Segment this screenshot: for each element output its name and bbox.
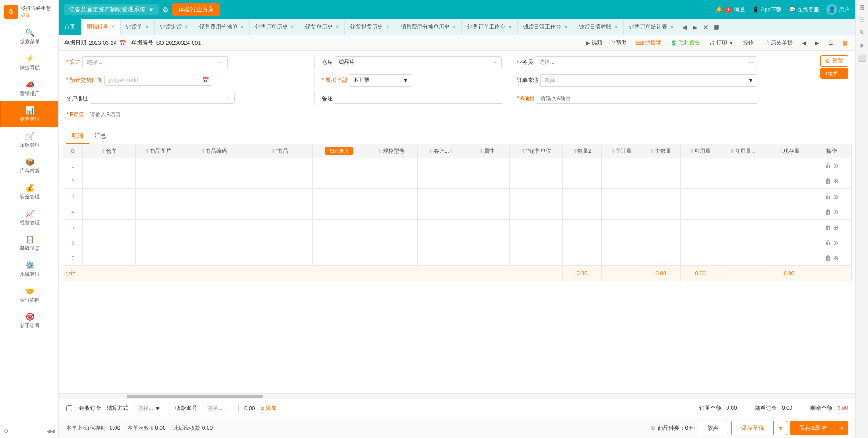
tab-summary[interactable]: 汇总 [89,129,112,144]
tab-detail[interactable]: 明细 [66,129,89,144]
tab-sales-invoice[interactable]: 销货单 ✕ [121,19,155,35]
address-input[interactable]: ··· [90,93,235,104]
staff-input[interactable]: 选择... ··· [535,56,757,68]
video-btn[interactable]: ▶ 视频 [583,38,605,48]
tab-prev-btn[interactable]: ◀ [679,19,690,35]
sort-main-unit[interactable]: ⇅ [611,149,615,154]
sort-unit[interactable]: ⇅ [521,149,524,154]
tab-close-sales-return[interactable]: ✕ [184,24,188,29]
delete-icon-row3[interactable]: 🗑 [825,193,831,200]
order-source-select[interactable]: 选择... ▼ [540,74,757,87]
b-project-input[interactable] [86,110,848,120]
print-btn[interactable]: 🖨 打印 ▼ [707,38,737,48]
sidebar-item-inventory[interactable]: 📦 库存核算 [0,153,58,179]
card-view-btn[interactable]: ▦ [839,39,850,47]
sidebar-item-guide[interactable]: 🎯 新手引导 [0,308,58,334]
copy-icon-row7[interactable]: ⊕ [833,255,839,262]
save-new-button[interactable]: 保存&新增 [790,421,836,435]
tab-close-invoice-history[interactable]: ✕ [335,24,339,29]
tab-close-return-history[interactable]: ✕ [386,24,389,29]
info-icon-amount[interactable]: ℹ [151,425,153,431]
copy-icon-row1[interactable]: ⊕ [833,162,839,169]
tab-sales-return[interactable]: 销货退货 ✕ [155,19,194,35]
tab-close-expense-history[interactable]: ✕ [452,24,456,29]
sidebar-item-operations[interactable]: 📈 经营管理 [0,205,58,231]
col-settings-icon[interactable]: ⚙ [70,148,75,154]
remark-input[interactable] [335,93,502,104]
delete-icon-row6[interactable]: 🗑 [825,239,831,246]
payment-method-select[interactable]: 选择... ▼ [134,403,170,414]
delete-icon-row2[interactable]: 🗑 [825,178,831,185]
sidebar-item-collab[interactable]: 🤝 企业协同 [0,282,58,308]
customer-input[interactable]: 选择... ··· [82,56,228,68]
a-project-input[interactable] [537,93,757,104]
rp-icon-2[interactable]: ☰ [857,14,868,25]
shortcut-btn[interactable]: ⌨ 快捷键 [633,38,664,48]
help-btn[interactable]: ? 帮助 [609,38,630,48]
sidebar-item-search[interactable]: 🔍 搜索菜单 [0,24,58,50]
nav-next-btn[interactable]: ▶ [812,39,822,47]
sort-qty2[interactable]: ⇅ [573,149,577,154]
sort-spec[interactable]: ⇅ [378,149,382,154]
tab-expense-split[interactable]: 销售费用分摊单 ✕ [194,19,250,35]
message-group[interactable]: 🔔 9 海量 [716,6,745,14]
nav-prev-btn[interactable]: ◀ [799,39,809,47]
system-title[interactable]: 装备及固定资产辅助管理系统 ▼ [64,4,159,15]
history-btn[interactable]: 📄 历史单据 [760,38,795,48]
tab-daily-reconcile[interactable]: 钱货日清对账 ✕ [573,19,624,35]
delivery-input[interactable]: yyyy-mm-dd 📅 [104,75,213,86]
tab-home[interactable]: 首页 [59,19,81,35]
tab-close-order-history[interactable]: ✕ [291,24,294,29]
sort-customer-code[interactable]: ⇅ [429,149,433,154]
tab-order-history[interactable]: 销售订单历史 ✕ [250,19,300,35]
calendar-icon[interactable]: 📅 [119,40,126,46]
copy-icon-row3[interactable]: ⊕ [833,193,839,200]
delete-icon-row7[interactable]: 🗑 [825,255,831,262]
sidebar-item-marketing[interactable]: 📣 营销推广 [0,76,58,101]
delete-icon-row4[interactable]: 🗑 [825,208,831,216]
tab-close-expense-split[interactable]: ✕ [240,24,244,29]
tab-close-daily-workspace[interactable]: ✕ [564,24,567,29]
sort-available[interactable]: ⇅ [690,149,693,154]
tab-close-sales-invoice[interactable]: ✕ [145,24,149,29]
account-select[interactable]: 选择... ··· [203,403,239,414]
delete-icon-row1[interactable]: 🗑 [825,162,831,169]
user-group[interactable]: 👤 用户 [826,4,850,15]
tab-close-sales-order[interactable]: ✕ [111,24,115,29]
sidebar-collapse-icon[interactable]: ◀◀ [47,428,55,434]
calendar-icon-delivery[interactable]: 📅 [202,77,209,83]
warehouse-input[interactable]: 成品库 ··· [335,56,502,68]
delete-icon-row5[interactable]: 🗑 [825,224,831,231]
tab-next-btn[interactable]: ▶ [690,19,700,35]
settings-gear-icon[interactable]: ⚙ [4,428,9,434]
tab-order-stats[interactable]: 销售订单统计表 ✕ [624,19,679,35]
sort-available2[interactable]: ⇅ [730,149,734,154]
copy-icon-row5[interactable]: ⊕ [833,224,839,231]
tab-close-order-stats[interactable]: ✕ [670,24,674,29]
sort-warehouse[interactable]: ⇅ [101,149,105,154]
sidebar-item-sales[interactable]: 📊 销售管理 [0,101,58,127]
sort-code[interactable]: ⇅ [201,149,204,154]
profit-btn[interactable]: 💲 毛利预告 [668,38,703,48]
list-view-btn[interactable]: ☰ [825,39,836,47]
scrollbar-area[interactable] [59,393,855,399]
rp-icon-5[interactable]: ⬜ [857,53,868,63]
tab-daily-workspace[interactable]: 钱货日清工作台 ✕ [518,19,573,35]
sidebar-item-nav[interactable]: ⚡ 快捷导航 [0,50,58,76]
online-service-group[interactable]: 💬 在线客服 [789,6,819,14]
settings-button[interactable]: ⚙ 设置 [820,55,848,67]
copy-icon-row6[interactable]: ⊕ [833,239,839,246]
sidebar-item-basic[interactable]: 📋 基础信息 [0,231,58,256]
scan-button[interactable]: 扫码录入 [325,147,353,155]
operations-btn[interactable]: 操作 [740,38,756,48]
app-download-group[interactable]: 📱 App下载 [752,6,781,14]
copy-icon-row2[interactable]: ⊕ [833,178,839,185]
sort-current-stock[interactable]: ⇅ [779,149,782,154]
tab-menu-btn[interactable]: ▦ [711,19,723,35]
sort-image[interactable]: ⇅ [145,149,149,154]
invoice-select[interactable]: 不开票 ▼ [349,74,412,87]
add-item-button[interactable]: +物料 [820,68,848,79]
sidebar-item-system[interactable]: ⚙️ 系统管理 [0,256,58,282]
customer-code-info-icon[interactable]: ℹ [450,148,452,154]
auto-collect-checkbox[interactable] [66,405,72,411]
